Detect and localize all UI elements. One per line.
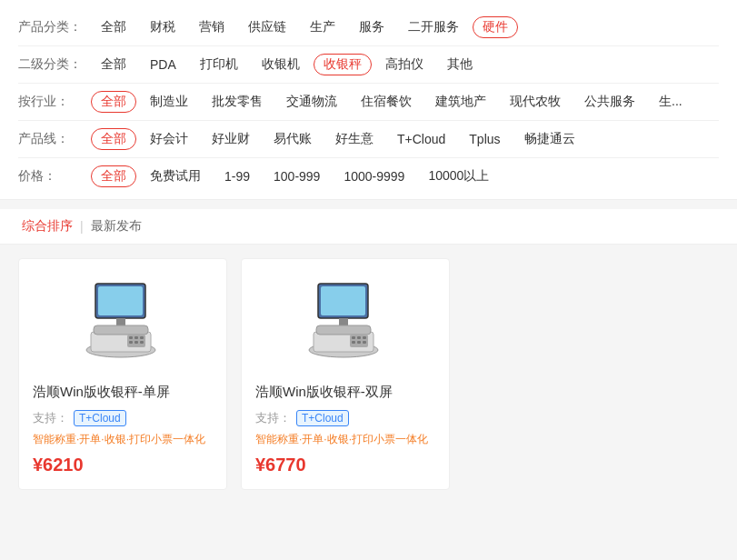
- svg-rect-20: [352, 336, 355, 339]
- filter-item-open[interactable]: 二开服务: [398, 16, 469, 38]
- svg-rect-22: [363, 336, 366, 339]
- product-title: 浩顺Win版收银秤-单屏: [33, 384, 213, 401]
- filter-item-good_biz[interactable]: 好生意: [325, 128, 383, 150]
- filter-label-price: 价格：: [18, 168, 82, 185]
- filter-item-1000_9999[interactable]: 1000-9999: [334, 166, 414, 186]
- svg-rect-7: [129, 336, 133, 339]
- filter-item-wholesale_retail[interactable]: 批发零售: [202, 91, 273, 113]
- filter-item-all[interactable]: 全部: [91, 91, 136, 113]
- filter-row-price: 价格： 全部免费试用1-99100-9991000-999910000以上: [18, 158, 719, 195]
- filter-item-manufacturing[interactable]: 制造业: [140, 91, 198, 113]
- filter-item-service[interactable]: 服务: [349, 16, 394, 38]
- sort-item-latest[interactable]: 最新发布: [87, 218, 145, 235]
- filter-item-agri[interactable]: 现代农牧: [500, 91, 571, 113]
- filter-item-tplus[interactable]: Tplus: [459, 129, 510, 149]
- filter-item-hd_camera[interactable]: 高拍仪: [375, 54, 433, 75]
- support-label: 支持：: [33, 410, 68, 426]
- filter-item-easy_ledger[interactable]: 易代账: [264, 128, 322, 150]
- filter-item-all[interactable]: 全部: [91, 128, 136, 150]
- svg-rect-25: [363, 341, 366, 344]
- filter-item-hospitality[interactable]: 住宿餐饮: [351, 91, 422, 113]
- product-title: 浩顺Win版收银秤-双屏: [255, 384, 435, 401]
- svg-rect-23: [352, 341, 355, 344]
- svg-rect-14: [321, 286, 365, 315]
- product-image: [33, 273, 213, 373]
- filter-row-industry: 按行业： 全部制造业批发零售交通物流住宿餐饮建筑地产现代农牧公共服务生...: [18, 84, 719, 121]
- filter-row-product-line: 产品线： 全部好会计好业财易代账好生意T+CloudTplus畅捷通云: [18, 121, 719, 158]
- filter-items-product-line: 全部好会计好业财易代账好生意T+CloudTplus畅捷通云: [91, 128, 585, 150]
- filter-row-sub-category: 二级分类： 全部PDA打印机收银机收银秤高拍仪其他: [18, 46, 719, 84]
- product-image: [255, 273, 435, 373]
- product-grid: 浩顺Win版收银秤-单屏 支持： T+Cloud 智能称重·开单·收银·打印小票…: [0, 245, 737, 504]
- support-tag: T+Cloud: [296, 410, 349, 426]
- filter-item-tax[interactable]: 财税: [140, 16, 185, 38]
- filter-items-industry: 全部制造业批发零售交通物流住宿餐饮建筑地产现代农牧公共服务生...: [91, 91, 692, 113]
- svg-rect-5: [94, 325, 148, 335]
- filter-item-hardware[interactable]: 硬件: [473, 16, 518, 38]
- product-card-p1[interactable]: 浩顺Win版收银秤-单屏 支持： T+Cloud 智能称重·开单·收银·打印小票…: [18, 258, 227, 490]
- filter-label-product-line: 产品线：: [18, 131, 82, 147]
- sort-divider: |: [76, 219, 87, 234]
- filter-item-transport[interactable]: 交通物流: [276, 91, 347, 113]
- svg-rect-1: [98, 286, 143, 315]
- svg-rect-9: [140, 336, 144, 339]
- product-card-p2[interactable]: 浩顺Win版收银秤-双屏 支持： T+Cloud 智能称重·开单·收银·打印小票…: [241, 258, 450, 490]
- filter-item-other[interactable]: 其他: [437, 54, 483, 75]
- filter-item-all[interactable]: 全部: [91, 54, 136, 75]
- filter-item-marketing[interactable]: 营销: [189, 16, 234, 38]
- filter-item-production[interactable]: 生产: [300, 16, 345, 38]
- filter-row-product-category: 产品分类： 全部财税营销供应链生产服务二开服务硬件: [18, 9, 719, 46]
- filter-item-free[interactable]: 免费试用: [140, 165, 211, 187]
- filter-item-pda[interactable]: PDA: [140, 55, 186, 75]
- sort-bar: 综合排序 | 最新发布: [0, 209, 737, 245]
- product-desc: 智能称重·开单·收银·打印小票一体化: [33, 432, 213, 447]
- filter-item-good_finance[interactable]: 好业财: [202, 128, 260, 150]
- svg-rect-18: [316, 325, 371, 335]
- filter-items-sub-category: 全部PDA打印机收银机收银秤高拍仪其他: [91, 54, 483, 75]
- filter-item-other[interactable]: 生...: [649, 91, 692, 113]
- product-price: ¥6210: [33, 455, 213, 475]
- filter-item-tcloud[interactable]: T+Cloud: [387, 129, 455, 149]
- svg-rect-15: [339, 318, 348, 325]
- filter-label-industry: 按行业：: [18, 94, 82, 110]
- filter-item-10000_up[interactable]: 10000以上: [418, 165, 499, 187]
- filter-item-good_accounting[interactable]: 好会计: [140, 128, 198, 150]
- filter-items-price: 全部免费试用1-99100-9991000-999910000以上: [91, 165, 499, 187]
- support-label: 支持：: [255, 410, 291, 426]
- filter-items-product-category: 全部财税营销供应链生产服务二开服务硬件: [91, 16, 518, 38]
- filter-section: 产品分类： 全部财税营销供应链生产服务二开服务硬件 二级分类： 全部PDA打印机…: [0, 0, 737, 200]
- svg-rect-10: [129, 341, 133, 344]
- filter-label-product-category: 产品分类：: [18, 19, 82, 35]
- filter-item-all[interactable]: 全部: [91, 165, 136, 187]
- filter-item-smooth_cloud[interactable]: 畅捷通云: [514, 128, 585, 150]
- filter-item-all[interactable]: 全部: [91, 16, 136, 38]
- product-support: 支持： T+Cloud: [33, 410, 213, 426]
- filter-item-cashier[interactable]: 收银机: [252, 54, 310, 75]
- filter-item-real_estate[interactable]: 建筑地产: [425, 91, 496, 113]
- svg-rect-11: [134, 341, 138, 344]
- product-price: ¥6770: [255, 455, 435, 475]
- svg-rect-2: [116, 318, 125, 325]
- filter-item-printer[interactable]: 打印机: [190, 54, 248, 75]
- svg-rect-12: [140, 341, 144, 344]
- filter-item-100_999[interactable]: 100-999: [264, 166, 330, 186]
- product-support: 支持： T+Cloud: [255, 410, 435, 426]
- support-tag: T+Cloud: [74, 410, 126, 426]
- product-desc: 智能称重·开单·收银·打印小票一体化: [255, 432, 435, 447]
- filter-item-supply_chain[interactable]: 供应链: [238, 16, 296, 38]
- svg-rect-24: [357, 341, 361, 344]
- svg-rect-8: [134, 336, 138, 339]
- sort-item-comprehensive[interactable]: 综合排序: [18, 218, 76, 235]
- filter-item-scale[interactable]: 收银秤: [314, 54, 372, 75]
- filter-item-public[interactable]: 公共服务: [574, 91, 645, 113]
- filter-item-1_99[interactable]: 1-99: [214, 166, 260, 186]
- svg-rect-21: [357, 336, 361, 339]
- filter-label-sub-category: 二级分类：: [18, 56, 82, 73]
